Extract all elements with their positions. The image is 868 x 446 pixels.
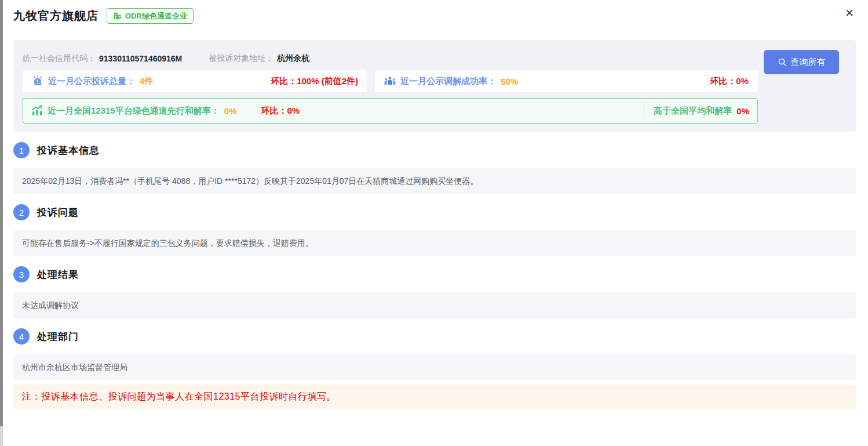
mediation-mom-label: 环比： — [710, 76, 736, 86]
complaints-value: 4件 — [140, 76, 153, 87]
odr-badge-label: ODR绿色通道企业 — [125, 11, 187, 21]
stat-cards-row: 近一月公示投诉总量： 4件 环比：100% (前值2件) — [23, 70, 847, 92]
basic-info-text: 2025年02月13日，消费者冯**（手机尾号 4088，用户ID ****51… — [22, 176, 478, 187]
query-all-label: 查询所有 — [791, 57, 826, 68]
alarm-icon — [32, 75, 43, 87]
search-icon — [778, 57, 787, 67]
section-number-badge: 2 — [13, 204, 30, 220]
section-number-badge: 1 — [13, 142, 30, 158]
section-header-complaint-issue: 2 投诉问题 — [13, 204, 856, 220]
mediation-label: 近一月公示调解成功率： — [400, 76, 496, 87]
section-title-department: 处理部门 — [37, 330, 79, 343]
modal-content: 九牧官方旗舰店 ODR绿色通道企业 — [13, 0, 856, 409]
mediation-mom-value: 0% — [736, 76, 749, 86]
credit-code-label: 统一社会信用代码： — [23, 53, 96, 64]
building-icon — [113, 12, 122, 20]
address-value: 杭州余杭 — [277, 53, 309, 64]
green-channel-mom-label: 环比： — [261, 106, 287, 115]
disclaimer-note: 注：投诉基本信息、投诉问题为当事人在全国12315平台投诉时自行填写。 — [13, 385, 856, 409]
result-text: 未达成调解协议 — [22, 300, 79, 311]
left-scrollbar-thumb[interactable] — [0, 0, 3, 426]
section-content-department: 杭州市余杭区市场监督管理局 — [13, 354, 856, 380]
complaints-mom-value: 100% (前值2件) — [297, 76, 358, 86]
green-channel-mom-value: 0% — [287, 106, 300, 115]
disclaimer-note-text: 注：投诉基本信息、投诉问题为当事人在全国12315平台投诉时自行填写。 — [22, 391, 336, 403]
mediation-value: 50% — [501, 77, 518, 86]
above-average-label: 高于全国平均和解率 — [654, 106, 732, 117]
complaints-stat-card: 近一月公示投诉总量： 4件 环比：100% (前值2件) — [23, 70, 367, 92]
section-title-basic-info: 投诉基本信息 — [37, 144, 100, 157]
green-channel-label: 近一月全国12315平台绿色通道先行和解率： — [48, 106, 220, 117]
section-header-result: 3 处理结果 — [13, 266, 856, 282]
header-row: 九牧官方旗舰店 ODR绿色通道企业 — [13, 0, 856, 24]
chart-up-icon — [31, 105, 43, 117]
section-number-badge: 3 — [13, 266, 30, 282]
section-title-complaint-issue: 投诉问题 — [37, 206, 79, 219]
green-channel-card: 近一月全国12315平台绿色通道先行和解率： 0% 环比：0% 高于全国平均和解… — [23, 98, 758, 124]
odr-badge: ODR绿色通道企业 — [107, 8, 194, 24]
complaints-label: 近一月公示投诉总量： — [48, 76, 135, 87]
complaint-detail-modal: ✕ 九牧官方旗舰店 — [0, 0, 868, 446]
complaint-issue-text: 可能存在售后服务->不履行国家规定的三包义务问题，要求赔偿损失，退赔费用。 — [22, 238, 313, 249]
section-header-department: 4 处理部门 — [13, 328, 856, 345]
green-channel-value: 0% — [224, 106, 237, 116]
credit-code-value: 91330110571460916M — [99, 54, 182, 63]
department-text: 杭州市余杭区市场监督管理局 — [22, 362, 127, 373]
complaints-mom-label: 环比： — [271, 76, 297, 86]
mediation-people-icon — [384, 75, 396, 87]
section-content-complaint-issue: 可能存在售后服务->不履行国家规定的三包义务问题，要求赔偿损失，退赔费用。 — [13, 230, 856, 256]
section-content-basic-info: 2025年02月13日，消费者冯**（手机尾号 4088，用户ID ****51… — [13, 168, 856, 194]
mediation-stat-card: 近一月公示调解成功率： 50% 环比：0% — [375, 70, 758, 92]
store-title: 九牧官方旗舰店 — [13, 8, 99, 24]
query-all-button[interactable]: 查询所有 — [764, 50, 839, 74]
section-header-basic-info: 1 投诉基本信息 — [13, 142, 856, 158]
address-label: 被投诉对象地址： — [209, 53, 273, 64]
section-content-result: 未达成调解协议 — [13, 292, 856, 318]
section-title-result: 处理结果 — [37, 268, 79, 281]
company-info-panel: 统一社会信用代码： 91330110571460916M 被投诉对象地址： 杭州… — [13, 40, 856, 132]
above-average-value: 0% — [736, 106, 749, 116]
credit-address-row: 统一社会信用代码： 91330110571460916M 被投诉对象地址： 杭州… — [23, 47, 847, 70]
section-number-badge: 4 — [13, 328, 30, 345]
